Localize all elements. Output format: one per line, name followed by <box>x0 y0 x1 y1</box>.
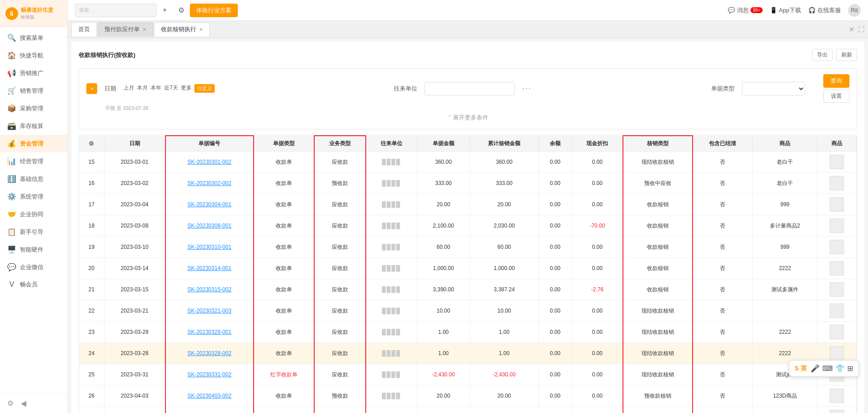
query-button[interactable]: 查询 <box>823 74 849 88</box>
table-cell-12-10: 现结收款核销 <box>623 407 692 413</box>
table-cell-5-2[interactable]: SK-20230314-001 <box>165 258 254 279</box>
tab-close-icon[interactable]: ✕ <box>142 27 146 33</box>
table-cell-3-11: 否 <box>693 215 753 237</box>
table-cell-1-9: 0.00 <box>572 173 623 194</box>
table-cell-2-4: 应收款 <box>314 194 366 215</box>
table-cell-3-13 <box>817 215 857 237</box>
dropdown-arrow-icon[interactable]: ▼ <box>162 7 171 14</box>
close-window-button[interactable]: ✕ <box>849 26 854 33</box>
this-year-link[interactable]: 本年 <box>151 84 161 93</box>
table-cell-6-5: ████ <box>366 279 417 300</box>
maximize-window-button[interactable]: ⛶ <box>858 26 864 33</box>
table-row: 212023-03-15SK-20230315-002收款单应收款████3,3… <box>79 279 857 300</box>
custom-date-link[interactable]: 自定义 <box>194 84 215 93</box>
table-cell-7-2[interactable]: SK-20230321-003 <box>165 300 254 322</box>
refresh-button[interactable]: 刷新 <box>836 49 857 61</box>
table-cell-9-2[interactable]: SK-20230328-002 <box>165 343 254 364</box>
sidebar-item-label: 企业微信 <box>20 263 43 271</box>
table-cell-9-8: 0.00 <box>538 343 571 364</box>
table-cell-8-8: 0.00 <box>538 322 571 343</box>
user-avatar[interactable]: Rit <box>848 4 861 17</box>
sidebar-item-label: 基础信息 <box>20 175 43 183</box>
partner-input[interactable] <box>425 82 515 95</box>
table-cell-1-8: 0.00 <box>538 173 571 194</box>
this-month-link[interactable]: 本月 <box>137 84 148 93</box>
table-cell-0-6: 360.00 <box>417 152 470 173</box>
sidebar-item-purchase[interactable]: 📦采购管理 <box>0 100 67 117</box>
table-cell-12-3: 收款单 <box>254 407 314 413</box>
sidebar-item-sales[interactable]: 🛒销售管理 <box>0 82 67 100</box>
tab-close-icon[interactable]: ✕ <box>199 27 203 33</box>
sidebar-item-quicknav[interactable]: 🏠快捷导航 <box>0 47 67 64</box>
sidebar-item-marketing[interactable]: 📢营销推广 <box>0 64 67 82</box>
tab-label: 收款核销执行 <box>161 25 196 33</box>
app-download-button[interactable]: 📱 App下载 <box>770 6 801 14</box>
filter-settings-button[interactable]: 设置 <box>823 90 849 103</box>
table-cell-0-3: 收款单 <box>254 152 314 173</box>
sidebar-item-hardware[interactable]: 🖥️智能硬件 <box>0 241 67 258</box>
table-cell-2-11: 否 <box>693 194 753 215</box>
keyboard-icon[interactable]: ⌨ <box>822 364 833 373</box>
table-cell-12-9: 0.00 <box>572 407 623 413</box>
customer-service-button[interactable]: 🎧 在线客服 <box>808 6 841 14</box>
table-cell-6-11: 否 <box>693 279 753 300</box>
sidebar-item-member[interactable]: V畅会员 <box>0 276 67 293</box>
sidebar-item-wechat[interactable]: 💬企业微信 <box>0 258 67 276</box>
message-button[interactable]: 💬 消息 99+ <box>728 6 763 14</box>
settings-icon[interactable]: ⚙ <box>7 399 14 408</box>
sidebar-item-finance[interactable]: 💰资金管理 <box>0 135 67 152</box>
table-cell-4-4: 应收款 <box>314 237 366 258</box>
table-cell-6-2[interactable]: SK-20230315-002 <box>165 279 254 300</box>
table-cell-11-2[interactable]: SK-20230403-002 <box>165 385 254 407</box>
tshirt-icon[interactable]: 👕 <box>835 364 844 373</box>
mobile-icon: 📱 <box>770 7 777 14</box>
gear-icon[interactable]: ⚙ <box>178 6 184 14</box>
table-cell-12-2[interactable]: SK-20230408-001 <box>165 407 254 413</box>
table-cell-10-2[interactable]: SK-20230331-002 <box>165 364 254 385</box>
table-cell-3-2[interactable]: SK-20230308-001 <box>165 215 254 237</box>
table-cell-1-10: 预收中应收 <box>623 173 692 194</box>
filter-expand-button[interactable]: » <box>86 83 97 94</box>
table-cell-1-0: 16 <box>79 173 104 194</box>
last7-link[interactable]: 近7天 <box>164 84 178 93</box>
sidebar-item-label: 库存核算 <box>20 122 43 130</box>
table-cell-9-11: 否 <box>693 343 753 364</box>
last-month-link[interactable]: 上月 <box>123 84 134 93</box>
tab-prepay[interactable]: 预付款应付单✕ <box>98 22 153 37</box>
export-button[interactable]: 导出 <box>812 49 833 61</box>
tab-collect[interactable]: 收款核销执行✕ <box>154 22 210 37</box>
table-cell-0-5: ████ <box>366 152 417 173</box>
table-cell-1-2[interactable]: SK-20230302-002 <box>165 173 254 194</box>
sidebar-item-search[interactable]: 🔍搜索菜单 <box>0 29 67 47</box>
solution-button[interactable]: 体验行业方案 <box>190 4 238 17</box>
grid-icon[interactable]: ⊞ <box>847 364 853 373</box>
table-cell-11-12: 123D商品 <box>753 385 817 407</box>
table-cell-4-2[interactable]: SK-20230310-001 <box>165 237 254 258</box>
app-logo-text: 畅康道好生意 标推版 <box>21 6 53 20</box>
sidebar-item-basic[interactable]: ℹ️基础信息 <box>0 170 67 188</box>
table-cell-5-10: 收款核销 <box>623 258 692 279</box>
table-cell-12-7: 100.00 <box>470 407 538 413</box>
tab-home[interactable]: 首页 <box>71 22 97 37</box>
gear-col-icon[interactable]: ⚙ <box>89 140 94 147</box>
table-cell-4-13 <box>817 237 857 258</box>
table-cell-2-6: 20.00 <box>417 194 470 215</box>
table-cell-5-11: 否 <box>693 258 753 279</box>
table-cell-0-2[interactable]: SK-20230301-002 <box>165 152 254 173</box>
collapse-icon[interactable]: ◀ <box>21 399 26 408</box>
table-cell-2-8: 0.00 <box>538 194 571 215</box>
table-cell-12-13 <box>817 407 857 413</box>
sidebar-item-operation[interactable]: 📊经营管理 <box>0 152 67 170</box>
expand-conditions-button[interactable]: ˅ 展开更多条件 <box>448 114 488 122</box>
sidebar-item-inventory[interactable]: 🗃️库存核算 <box>0 117 67 135</box>
sidebar-item-guide[interactable]: 📋新手引导 <box>0 223 67 241</box>
more-date-link[interactable]: 更多 <box>181 84 192 93</box>
partner-dots[interactable]: ··· <box>522 84 532 93</box>
sidebar-item-system[interactable]: ⚙️系统管理 <box>0 188 67 205</box>
sidebar-item-corp[interactable]: 🤝企业协同 <box>0 205 67 223</box>
mic-icon[interactable]: 🎤 <box>811 364 820 373</box>
table-cell-2-2[interactable]: SK-20230304-001 <box>165 194 254 215</box>
table-cell-8-2[interactable]: SK-20230328-001 <box>165 322 254 343</box>
bill-type-select[interactable] <box>742 82 805 95</box>
table-cell-3-3: 收款单 <box>254 215 314 237</box>
